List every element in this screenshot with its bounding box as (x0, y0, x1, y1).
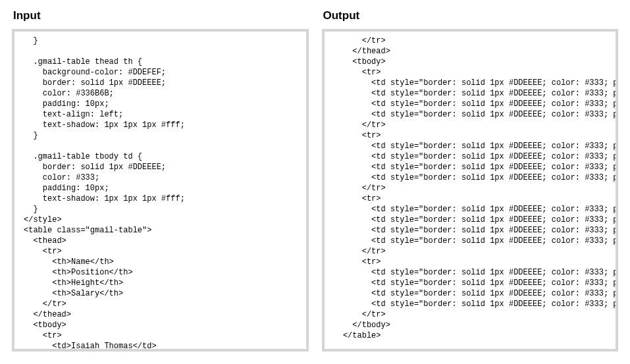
input-code-block: } .gmail-table thead th { background-col… (14, 36, 306, 351)
output-code-block: </tr> </thead> <tbody> <tr> <td style="b… (325, 36, 616, 341)
output-heading: Output (323, 9, 619, 22)
output-column: Output </tr> </thead> <tbody> <tr> <td s… (322, 9, 619, 351)
output-panel: </tr> </thead> <tbody> <tr> <td style="b… (322, 29, 619, 351)
comparison-container: Input } .gmail-table thead th { backgrou… (0, 0, 630, 363)
input-column: Input } .gmail-table thead th { backgrou… (12, 9, 309, 351)
input-heading: Input (13, 9, 309, 22)
input-panel: } .gmail-table thead th { background-col… (12, 29, 309, 351)
